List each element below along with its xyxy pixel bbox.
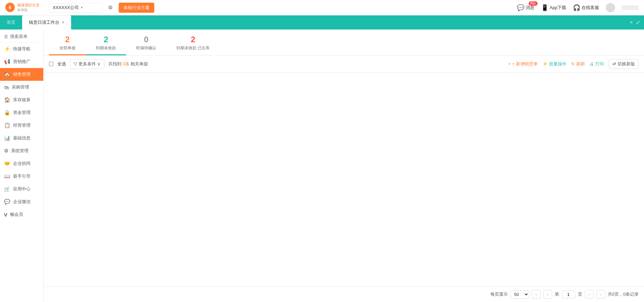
sidebar-item-label: 畅会员: [10, 212, 23, 218]
sidebar-item-label: 销售管理: [13, 71, 31, 77]
page-suffix: 页: [578, 291, 582, 297]
table-area: [44, 73, 644, 286]
tab-expand-icon[interactable]: ⤢: [636, 19, 640, 26]
switch-icon: ⇄: [612, 61, 616, 66]
main-layout: ☰ 搜索菜单 ⚡ 快捷导航 📢 营销推广 🏠 销售管理 🛍 采购管理 🏠 库存核…: [0, 29, 644, 302]
message-notification[interactable]: 💬 消息 99+: [517, 4, 534, 11]
sidebar-item-label: 资金管理: [13, 110, 31, 116]
found-count: 0条: [123, 61, 129, 66]
tab-minimize-icon[interactable]: ×: [630, 19, 633, 25]
sidebar-item-label: 应用中心: [13, 186, 31, 192]
found-text: 共找到 0条 相关单据: [108, 61, 148, 67]
sidebar-item-member[interactable]: V 畅会员: [0, 208, 43, 221]
tab-home-label: 首页: [7, 19, 15, 25]
sidebar-item-wechat[interactable]: 💬 企业微信: [0, 195, 43, 208]
select-all-label: 全选: [57, 61, 66, 67]
app-download-icon: 📱: [541, 4, 548, 11]
stat-count-overdue: 2: [104, 35, 108, 45]
tab-close-icon[interactable]: ×: [62, 20, 64, 25]
top-bar: 6 畅捷通好生意 标准版 XXXXXX公司 ▾ ⚙ 体验行业方案 💬 消息 99…: [0, 0, 644, 15]
sidebar-item-purchase[interactable]: 🛍 采购管理: [0, 81, 43, 94]
page-number-input[interactable]: [562, 291, 575, 298]
prev-page-button[interactable]: <: [543, 290, 552, 299]
sidebar-item-label: 采购管理: [12, 84, 29, 90]
sidebar-item-finance[interactable]: 🔒 资金管理: [0, 106, 43, 119]
page-label: 第: [555, 291, 559, 297]
tab-bar: 首页 钱货日清工作台 × × ⤢: [0, 15, 644, 29]
logo-area: 6 畅捷通好生意 标准版: [5, 3, 49, 12]
first-page-button[interactable]: «: [532, 290, 541, 299]
sidebar-item-inventory[interactable]: 🏠 库存核算: [0, 94, 43, 106]
stat-tab-overdue-shipped[interactable]: 2 到期未收款 已出库: [166, 32, 220, 55]
sidebar-item-basic-info[interactable]: 📊 基础信息: [0, 132, 43, 144]
toolbar: 全选 ▽ 更多条件 ∨ 共找到 0条 相关单据 + + 新增销货单 ⚡ 批量操作: [44, 56, 644, 73]
top-right-area: 💬 消息 99+ 📱 App下载 🎧 在线客服: [517, 3, 639, 12]
tab-home[interactable]: 首页: [0, 15, 22, 29]
company-name: XXXXXX公司: [53, 5, 79, 11]
add-label: + 新增销货单: [512, 61, 538, 67]
sidebar-item-app-center[interactable]: 🛒 应用中心: [0, 183, 43, 195]
sidebar-item-label: 库存核算: [13, 97, 31, 103]
sidebar-item-label: 基础信息: [13, 135, 31, 141]
marketing-icon: 📢: [4, 59, 10, 65]
sidebar-item-label: 系统管理: [11, 148, 29, 154]
toolbar-right: + + 新增销货单 ⚡ 批量操作 ↻ 刷新 🖨 打印 ⇄ 切换新版: [508, 59, 639, 69]
sidebar-item-cooperation[interactable]: 🤝 企业协同: [0, 157, 43, 170]
search-menu-label: 搜索菜单: [10, 34, 28, 40]
sidebar-item-quick-nav[interactable]: ⚡ 快捷导航: [0, 43, 43, 55]
sidebar-item-label: 新手引导: [13, 173, 31, 179]
next-page-button[interactable]: >: [585, 290, 594, 299]
filter-chevron-icon: ∨: [97, 61, 101, 66]
refresh-button[interactable]: ↻ 刷新: [571, 61, 585, 67]
print-icon: 🖨: [590, 61, 594, 66]
sidebar-item-sales[interactable]: 🏠 销售管理: [0, 68, 43, 81]
add-sales-order-button[interactable]: + + 新增销货单: [508, 61, 538, 67]
print-button[interactable]: 🖨 打印: [590, 61, 604, 67]
app-center-icon: 🛒: [4, 186, 10, 192]
service-label: 在线客服: [582, 5, 599, 11]
sidebar-item-guide[interactable]: 📖 新手引导: [0, 170, 43, 183]
found-prefix: 共找到: [108, 61, 121, 66]
stat-label-overdue: 到期未收款: [96, 45, 116, 51]
settings-button[interactable]: ⚙: [105, 3, 115, 13]
search-icon: ☰: [4, 34, 8, 39]
select-all-checkbox[interactable]: [49, 62, 53, 66]
basic-info-icon: 📊: [4, 135, 10, 141]
experience-button[interactable]: 体验行业方案: [119, 3, 154, 13]
message-badge: 99+: [529, 1, 538, 6]
app-download-label: App下载: [550, 5, 566, 11]
last-page-button[interactable]: »: [596, 290, 605, 299]
sidebar-item-system[interactable]: ⚙ 系统管理: [0, 144, 43, 157]
system-icon: ⚙: [4, 148, 8, 154]
online-service[interactable]: 🎧 在线客服: [573, 4, 599, 11]
stat-tab-overdue[interactable]: 2 到期未收款: [86, 32, 126, 55]
tab-workbench[interactable]: 钱货日清工作台 ×: [22, 15, 71, 29]
page-size-select[interactable]: 50 20 100: [511, 290, 529, 299]
avatar[interactable]: [606, 3, 615, 12]
sidebar-item-label: 快捷导航: [13, 46, 31, 52]
stat-count-overdue-shipped: 2: [191, 35, 195, 45]
search-menu[interactable]: ☰ 搜索菜单: [0, 29, 43, 43]
filter-button[interactable]: ▽ 更多条件 ∨: [70, 59, 104, 69]
stat-tab-all[interactable]: 2 全部单据: [49, 32, 86, 55]
batch-operation-button[interactable]: ⚡ 批量操作: [542, 61, 567, 67]
message-icon: 💬: [517, 4, 524, 11]
filter-label: 更多条件: [78, 61, 96, 67]
content-area: 2 全部单据 2 到期未收款 0 旺辅待确认 2 到期未收款 已出库 全选 ▽ …: [44, 29, 644, 302]
stat-tab-pending[interactable]: 0 旺辅待确认: [126, 32, 166, 55]
app-download[interactable]: 📱 App下载: [541, 4, 566, 11]
operations-icon: 📋: [4, 122, 10, 128]
pagination-bar: 每页显示 50 20 100 « < 第 页 > » 共0页，0条记录: [44, 286, 644, 302]
sidebar-item-operations[interactable]: 📋 经营管理: [0, 119, 43, 132]
guide-icon: 📖: [4, 173, 10, 179]
batch-icon: ⚡: [542, 61, 548, 66]
cooperation-icon: 🤝: [4, 161, 10, 167]
chevron-down-icon: ▾: [81, 5, 83, 10]
switch-version-button[interactable]: ⇄ 切换新版: [609, 59, 639, 69]
print-label: 打印: [595, 61, 604, 67]
per-page-label: 每页显示: [490, 291, 508, 297]
sidebar-item-marketing[interactable]: 📢 营销推广: [0, 55, 43, 68]
sales-icon: 🏠: [4, 71, 10, 77]
wechat-icon: 💬: [4, 199, 10, 205]
company-selector[interactable]: XXXXXX公司 ▾: [49, 3, 103, 12]
